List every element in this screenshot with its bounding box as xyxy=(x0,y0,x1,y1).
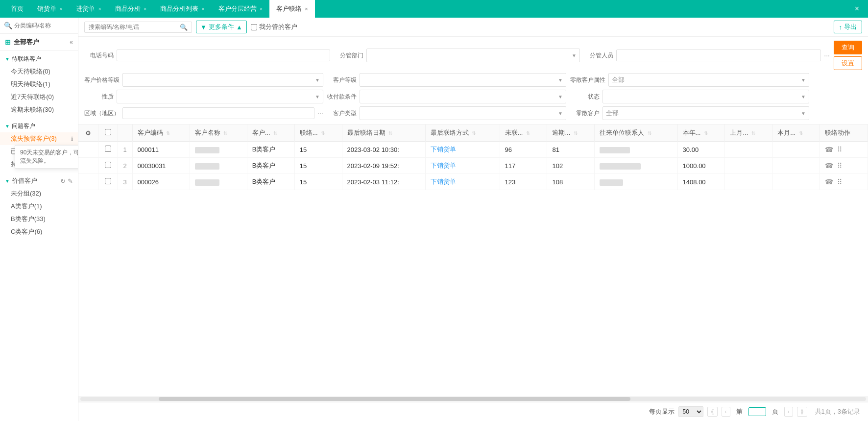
collapse-sidebar-btn[interactable]: « xyxy=(70,39,73,46)
sort-name-icon[interactable]: ⇅ xyxy=(223,130,227,136)
row3-checkbox[interactable] xyxy=(105,178,111,184)
col-not-contact[interactable]: 未联... ⇅ xyxy=(500,124,547,142)
nature-select[interactable]: ▼ xyxy=(117,90,323,103)
col-unit-contact[interactable]: 往来单位联系人 ⇅ xyxy=(595,124,677,142)
col-overdue[interactable]: 逾期... ⇅ xyxy=(547,124,595,142)
row3-call-icon[interactable]: ☎ xyxy=(825,178,833,186)
page-number-input[interactable]: 1 xyxy=(748,407,766,416)
region-input[interactable] xyxy=(122,107,314,119)
settings-button[interactable]: 设置 xyxy=(834,56,862,70)
sort-unit-contact-icon[interactable]: ⇅ xyxy=(648,130,651,136)
my-customers-checkbox-label[interactable]: 我分管的客户 xyxy=(251,23,297,31)
sort-last-date-icon[interactable]: ⇅ xyxy=(388,130,392,136)
search-submit-icon[interactable]: 🔍 xyxy=(180,24,188,31)
payment-select[interactable]: ▼ xyxy=(360,90,566,103)
col-this-month[interactable]: 本月... ⇅ xyxy=(772,124,820,142)
nav-product-analysis[interactable]: 商品分析 × xyxy=(108,0,153,18)
col-last-method[interactable]: 最后联络方式 ⇅ xyxy=(425,124,500,142)
sort-overdue-icon[interactable]: ⇅ xyxy=(574,130,578,136)
sidebar-item-churn-warning[interactable]: 流失预警客户(3) ℹ 90天未交易的客户，可能有流失风险。 xyxy=(0,132,78,145)
region-dots[interactable]: ··· xyxy=(317,109,323,117)
sidebar-item-c-class[interactable]: C类客户(6) xyxy=(0,225,78,238)
scrollbar-track[interactable] xyxy=(80,397,866,401)
nav-customer-contact[interactable]: 客户联络 × xyxy=(269,0,314,18)
dept-select[interactable]: ▼ xyxy=(366,49,580,62)
col-contact[interactable]: 联络... ⇅ xyxy=(294,124,342,142)
row2-call-icon[interactable]: ☎ xyxy=(825,162,833,170)
phone-input[interactable] xyxy=(117,50,330,61)
query-button[interactable]: 查询 xyxy=(834,41,862,54)
nav-home[interactable]: 首页 xyxy=(4,0,30,18)
close-sales-tab[interactable]: × xyxy=(59,6,62,12)
sort-contact-icon[interactable]: ⇅ xyxy=(321,130,325,136)
col-last-date[interactable]: 最后联络日期 ⇅ xyxy=(342,124,425,142)
retail-attr-select[interactable]: 全部 ▼ xyxy=(608,73,809,87)
row3-more-icon[interactable]: ⠿ xyxy=(837,178,842,186)
sort-this-year-icon[interactable]: ⇅ xyxy=(704,130,708,136)
row1-call-icon[interactable]: ☎ xyxy=(825,146,833,153)
settings-gear-icon[interactable]: ⚙ xyxy=(85,129,91,137)
scrollbar-thumb[interactable] xyxy=(159,397,630,401)
my-customers-checkbox[interactable] xyxy=(251,24,257,30)
sidebar-item-b-class[interactable]: B类客户(33) xyxy=(0,213,78,225)
sidebar-item-a-class[interactable]: A类客户(1) xyxy=(0,200,78,213)
sidebar-all-customers[interactable]: ⊞ 全部客户 « xyxy=(0,34,78,51)
sidebar-item-today[interactable]: 今天待联络(0) xyxy=(0,65,78,78)
nav-sales[interactable]: 销货单 × xyxy=(30,0,69,18)
nav-purchase[interactable]: 进货单 × xyxy=(69,0,108,18)
person-dots[interactable]: ··· xyxy=(824,51,830,59)
price-level-select[interactable]: ▼ xyxy=(122,73,323,87)
close-customer-contact-tab[interactable]: × xyxy=(305,6,308,12)
next-page-btn[interactable]: › xyxy=(784,407,793,417)
customer-type-select[interactable]: ▼ xyxy=(360,106,566,120)
row3-last-method-link[interactable]: 下销货单 xyxy=(431,178,456,185)
sidebar-group-pending-header[interactable]: ▼ 待联络客户 xyxy=(0,53,78,65)
row1-last-method-link[interactable]: 下销货单 xyxy=(431,146,456,153)
col-this-year[interactable]: 本年... ⇅ xyxy=(677,124,725,142)
sidebar-item-tomorrow[interactable]: 明天待联络(1) xyxy=(0,78,78,91)
refresh-icon[interactable]: ↻ xyxy=(60,177,66,185)
col-last-month[interactable]: 上月... ⇅ xyxy=(725,124,772,142)
close-product-list-tab[interactable]: × xyxy=(201,6,204,12)
col-name[interactable]: 客户名称 ⇅ xyxy=(190,124,247,142)
edit-icon[interactable]: ✎ xyxy=(68,177,73,185)
nav-product-list[interactable]: 商品分析列表 × xyxy=(153,0,211,18)
sort-last-method-icon[interactable]: ⇅ xyxy=(472,130,476,136)
first-page-btn[interactable]: ⟪ xyxy=(707,407,718,417)
customer-level-select[interactable]: ▼ xyxy=(360,73,566,87)
sort-type-icon[interactable]: ⇅ xyxy=(273,130,277,136)
sort-this-month-icon[interactable]: ⇅ xyxy=(799,130,803,136)
sidebar-group-problem-header[interactable]: ▼ 问题客户 xyxy=(0,120,78,132)
more-conditions-btn[interactable]: ▼ 更多条件 ▲ xyxy=(196,21,247,33)
sidebar-search-input[interactable] xyxy=(14,22,78,29)
search-input[interactable] xyxy=(89,24,180,30)
per-page-select[interactable]: 50 100 200 xyxy=(678,406,703,417)
row1-checkbox[interactable] xyxy=(105,146,111,152)
sort-code-icon[interactable]: ⇅ xyxy=(166,130,170,136)
sort-last-month-icon[interactable]: ⇅ xyxy=(751,130,755,136)
sort-not-contact-icon[interactable]: ⇅ xyxy=(526,130,530,136)
sidebar-item-overdue[interactable]: 逾期未联络(30) xyxy=(0,103,78,116)
col-code[interactable]: 客户编码 ⇅ xyxy=(132,124,190,142)
last-page-btn[interactable]: ⟫ xyxy=(797,407,807,417)
nav-customer-tier[interactable]: 客户分层经营 × xyxy=(212,0,269,18)
select-all-checkbox[interactable] xyxy=(105,129,111,135)
sidebar-item-ungroup[interactable]: 未分组(32) xyxy=(0,187,78,200)
horizontal-scrollbar[interactable] xyxy=(78,396,868,402)
sidebar-group-value-header[interactable]: ▼ 价值客户 ↻ ✎ xyxy=(0,174,78,187)
row2-last-method-link[interactable]: 下销货单 xyxy=(431,162,456,169)
close-purchase-tab[interactable]: × xyxy=(98,6,101,12)
prev-page-btn[interactable]: ‹ xyxy=(722,407,730,417)
sidebar-item-week[interactable]: 近7天待联络(0) xyxy=(0,91,78,103)
col-settings[interactable]: ⚙ xyxy=(78,124,98,142)
retail-customer-select[interactable]: 全部 ▼ xyxy=(603,106,809,120)
close-all-button[interactable]: × xyxy=(850,4,864,13)
status-select[interactable]: ▼ xyxy=(603,90,809,103)
export-btn[interactable]: ↑ 导出 xyxy=(834,21,863,33)
row2-checkbox[interactable] xyxy=(105,162,111,168)
close-product-analysis-tab[interactable]: × xyxy=(144,6,146,12)
person-input[interactable] xyxy=(616,50,821,61)
close-customer-tier-tab[interactable]: × xyxy=(260,6,263,12)
col-type[interactable]: 客户... ⇅ xyxy=(247,124,294,142)
row1-more-icon[interactable]: ⠿ xyxy=(837,146,842,153)
